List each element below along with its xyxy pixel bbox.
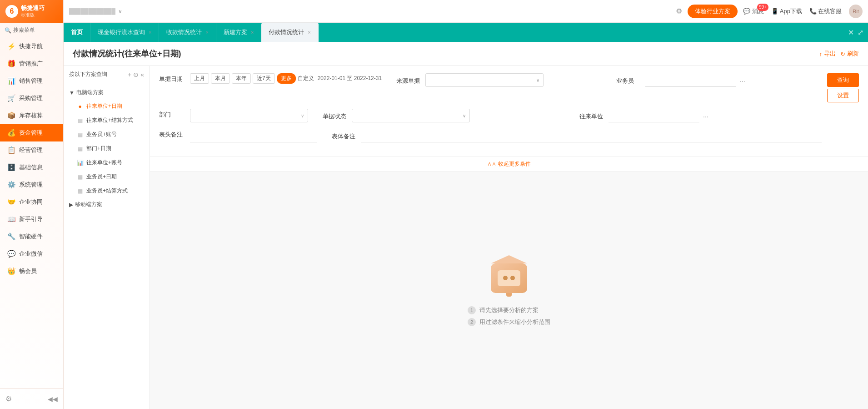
tab-bank-flow[interactable]: 现金银行流水查询 × — [90, 23, 159, 42]
main-content: 单据日期 上月 本月 本年 近7天 更多 自定义 2022-01-01 至 20… — [150, 66, 868, 409]
date-range-text: 2022-01-01 至 2022-12-31 — [318, 75, 382, 82]
sidebar-item-marketing[interactable]: 🎁 营销推广 — [0, 55, 63, 72]
tab-bank-flow-close[interactable]: × — [149, 30, 151, 35]
scheme-group-mobile-header[interactable]: ▶ 移动端方案 — [64, 198, 150, 211]
page-title: 付款情况统计(往来单位+日期) — [73, 48, 181, 59]
header-remark-input[interactable] — [190, 129, 317, 142]
scheme-group-desktop-header[interactable]: ▼ 电脑端方案 — [64, 86, 150, 99]
sidebar-item-sales[interactable]: 📊 销售管理 — [0, 72, 63, 90]
scheme-item-unit-date-label: 往来单位+日期 — [86, 102, 122, 110]
quick-nav-icon: ⚡ — [7, 42, 15, 50]
export-btn[interactable]: ↑ 导出 — [819, 50, 836, 58]
mobile-group-label: 移动端方案 — [75, 201, 102, 208]
scheme-item-staff-acct-label: 业务员+账号 — [86, 131, 117, 138]
scheme-settings-icon[interactable]: ⊙ — [133, 71, 139, 78]
scheme-add-icon[interactable]: + — [128, 71, 131, 78]
wechat-icon: 💬 — [7, 250, 15, 258]
empty-hint-1-text: 请先选择要分析的方案 — [479, 306, 539, 314]
sidebar-item-inventory[interactable]: 📦 库存核算 — [0, 107, 63, 124]
sidebar-item-member[interactable]: 👑 畅会员 — [0, 263, 63, 280]
date-btn-7days[interactable]: 近7天 — [253, 73, 275, 84]
partner-input[interactable] — [609, 109, 699, 122]
date-label: 单据日期 — [159, 73, 185, 83]
body-remark-input[interactable] — [361, 129, 822, 142]
sidebar-item-operations[interactable]: 📋 经营管理 — [0, 141, 63, 159]
refresh-btn[interactable]: ↻ 刷新 — [840, 50, 859, 58]
sidebar-item-quick-nav[interactable]: ⚡ 快捷导航 — [0, 38, 63, 55]
query-btn[interactable]: 查询 — [827, 73, 859, 87]
sidebar-item-wechat[interactable]: 💬 企业微信 — [0, 245, 63, 263]
scheme-item-unit-settle[interactable]: ▦ 往来单位+结算方式 — [64, 113, 150, 127]
tab-new-scheme-close[interactable]: × — [251, 30, 254, 35]
staff-input[interactable] — [645, 73, 736, 87]
scheme-item-staff-settle[interactable]: ▦ 业务员+结算方式 — [64, 184, 150, 198]
app-download-btn[interactable]: 📱 App下载 — [771, 7, 802, 15]
dept-select[interactable]: ∨ — [190, 109, 308, 122]
sales-icon: 📊 — [7, 77, 15, 85]
scheme-item-unit-acct-label: 往来单位+账号 — [86, 159, 122, 167]
tab-close-all-icon[interactable]: ✕ — [848, 28, 854, 37]
sidebar-item-collab[interactable]: 🤝 企业协同 — [0, 193, 63, 211]
settings-icon[interactable]: ⚙ — [5, 394, 12, 403]
date-btn-last-month[interactable]: 上月 — [190, 73, 209, 84]
empty-area: 1 请先选择要分析的方案 2 用过滤条件来缩小分析范围 — [150, 172, 868, 409]
tab-home[interactable]: 首页 — [64, 23, 90, 42]
date-custom-label[interactable]: 自定义 — [298, 75, 314, 82]
scheme-collapse-icon[interactable]: « — [140, 71, 144, 78]
topbar-right: 💬 消息 99+ 📱 App下载 📞 在线客服 Rit — [743, 5, 863, 18]
collapse-sidebar-icon[interactable]: ◀◀ — [48, 395, 58, 403]
scheme-item-unit-settle-label: 往来单位+结算方式 — [86, 116, 133, 124]
scheme-item-staff-acct[interactable]: ▦ 业务员+账号 — [64, 127, 150, 141]
user-avatar[interactable]: Rit — [849, 5, 863, 18]
date-btn-this-year[interactable]: 本年 — [232, 73, 251, 84]
tab-payment-stat[interactable]: 付款情况统计 × — [261, 23, 318, 42]
address-chevron[interactable]: ∨ — [118, 8, 122, 15]
tab-payment-stat-close[interactable]: × — [308, 30, 310, 35]
messages-btn[interactable]: 💬 消息 99+ — [743, 7, 764, 15]
sidebar-item-hardware[interactable]: 🔧 智能硬件 — [0, 228, 63, 245]
sidebar-item-system[interactable]: ⚙️ 系统管理 — [0, 176, 63, 193]
trial-btn[interactable]: 体验行业方案 — [688, 5, 738, 18]
date-btn-this-month[interactable]: 本月 — [211, 73, 230, 84]
finance-icon: 💰 — [7, 129, 15, 137]
source-select[interactable]: ∨ — [425, 73, 544, 87]
tab-new-scheme[interactable]: 新建方案 × — [216, 23, 261, 42]
sidebar-item-basic[interactable]: 🗄️ 基础信息 — [0, 159, 63, 176]
quick-nav-label: 快捷导航 — [19, 42, 43, 50]
tab-receivable-close[interactable]: × — [205, 30, 208, 35]
scheme-item-staff-date[interactable]: ▦ 业务员+日期 — [64, 170, 150, 184]
search-menu[interactable]: 🔍 搜索菜单 — [0, 23, 63, 38]
sidebar-item-guide[interactable]: 📖 新手引导 — [0, 211, 63, 228]
scheme-list: ▼ 电脑端方案 ● 往来单位+日期 ▦ 往来单位+结算方式 ▦ — [64, 83, 150, 409]
scheme-item-unit-acct[interactable]: 📊 往来单位+账号 — [64, 156, 150, 170]
sidebar-item-finance[interactable]: 💰 资金管理 — [0, 124, 63, 141]
date-options: 上月 本月 本年 近7天 更多 自定义 2022-01-01 至 2022-12… — [190, 73, 382, 84]
date-btn-more[interactable]: 更多 — [277, 73, 296, 84]
tab-receivable[interactable]: 收款情况统计 × — [159, 23, 216, 42]
export-icon: ↑ — [819, 50, 823, 57]
filter-row-3: 表头备注 表体备注 — [159, 129, 859, 142]
collapse-btn[interactable]: ∧∧ 收起更多条件 — [150, 156, 868, 172]
refresh-label: 刷新 — [847, 50, 859, 58]
logo-sub: 标准版 — [21, 12, 45, 18]
partner-dots[interactable]: ··· — [703, 111, 708, 120]
partner-label: 往来单位 — [579, 111, 605, 121]
scheme-item-unit-date[interactable]: ● 往来单位+日期 — [64, 99, 150, 113]
finance-label: 资金管理 — [19, 129, 43, 137]
scheme-header-left: 按以下方案查询 — [69, 71, 107, 78]
empty-illustration — [482, 255, 536, 301]
filter-row-1: 单据日期 上月 本月 本年 近7天 更多 自定义 2022-01-01 至 20… — [159, 73, 859, 102]
sidebar-item-purchase[interactable]: 🛒 采购管理 — [0, 90, 63, 107]
scheme-item-staff-acct-icon: ▦ — [76, 131, 84, 138]
tab-maximize-icon[interactable]: ⤢ — [858, 28, 863, 37]
app-icon: 📱 — [771, 8, 778, 15]
source-select-arrow: ∨ — [536, 78, 539, 83]
staff-dots[interactable]: ··· — [740, 76, 745, 85]
online-support-btn[interactable]: 📞 在线客服 — [809, 7, 842, 15]
topbar-settings-icon[interactable]: ⚙ — [676, 7, 682, 15]
setting-btn[interactable]: 设置 — [827, 89, 859, 102]
scheme-item-dept-date[interactable]: ▦ 部门+日期 — [64, 141, 150, 156]
doc-status-select[interactable]: ∨ — [352, 109, 470, 122]
scheme-group-desktop: ▼ 电脑端方案 ● 往来单位+日期 ▦ 往来单位+结算方式 ▦ — [64, 86, 150, 198]
topbar: ████████████ ∨ ⚙ 体验行业方案 💬 消息 99+ 📱 App下载… — [64, 0, 868, 23]
